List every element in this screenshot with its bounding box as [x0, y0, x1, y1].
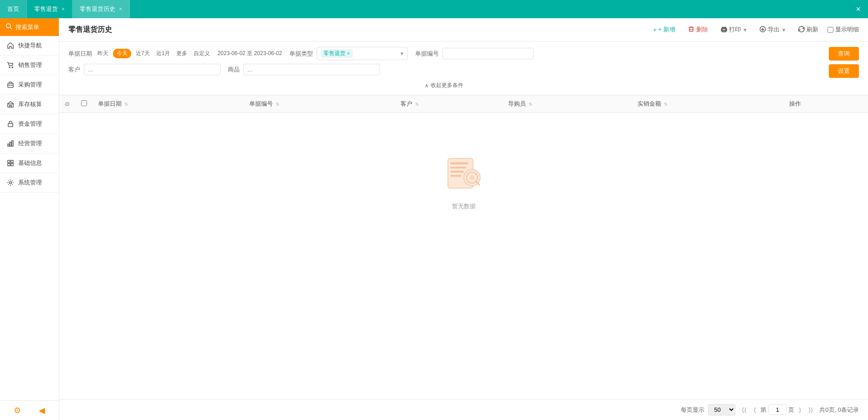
- gear-icon: [6, 179, 15, 187]
- sidebar-item-inventory-label: 库存核算: [18, 100, 42, 108]
- page-title: 零售退货历史: [68, 25, 112, 35]
- sidebar-item-basic-info-label: 基础信息: [18, 159, 42, 167]
- voucher-type-chevron-icon: ▾: [401, 50, 404, 57]
- export-button[interactable]: 导出 ▾: [756, 24, 789, 36]
- date-btn-today[interactable]: 今天: [113, 49, 131, 58]
- svg-rect-10: [10, 142, 11, 146]
- show-detail-label: 显示明细: [835, 26, 859, 34]
- voucher-type-group: 单据类型 零售退货 × ▾: [289, 47, 408, 60]
- show-detail-checkbox[interactable]: [827, 27, 833, 33]
- select-all-checkbox[interactable]: [81, 100, 87, 106]
- th-date[interactable]: 单据日期 ⇅: [92, 95, 244, 113]
- sidebar-item-sales[interactable]: 销售管理: [0, 56, 59, 75]
- sidebar-search[interactable]: 搜索菜单: [0, 18, 59, 36]
- svg-point-0: [6, 24, 10, 28]
- svg-rect-21: [722, 27, 726, 28]
- first-page-button[interactable]: ⟨⟨: [739, 405, 749, 415]
- voucher-no-input[interactable]: [442, 48, 534, 59]
- sidebar-item-purchase[interactable]: 采购管理: [0, 75, 59, 95]
- lock-icon: [6, 120, 15, 128]
- svg-rect-13: [11, 160, 13, 163]
- page-unit-label: 页: [788, 406, 794, 414]
- sidebar-item-basic-info[interactable]: 基础信息: [0, 154, 59, 173]
- tab-retail-return[interactable]: 零售退货 ×: [27, 0, 72, 18]
- voucher-type-select[interactable]: 零售退货 × ▾: [317, 47, 408, 60]
- tab-home[interactable]: 首页: [0, 0, 27, 18]
- svg-rect-11: [12, 141, 13, 146]
- th-no-label: 单据编号: [249, 100, 273, 107]
- last-page-button[interactable]: ⟩⟩: [806, 405, 816, 415]
- voucher-type-tag-close[interactable]: ×: [347, 51, 350, 56]
- sidebar-item-finance-label: 资金管理: [18, 120, 42, 128]
- collapse-icon[interactable]: ◀: [39, 405, 45, 415]
- svg-rect-9: [8, 144, 9, 146]
- print-button[interactable]: 打印 ▾: [717, 24, 750, 36]
- total-info: 共0页, 0条记录: [819, 406, 859, 414]
- sidebar-item-quick-nav[interactable]: 快捷导航: [0, 36, 59, 56]
- refresh-button[interactable]: 刷新: [795, 24, 822, 36]
- customer-input[interactable]: [84, 64, 221, 75]
- date-btn-custom[interactable]: 自定义: [192, 49, 212, 58]
- th-amount[interactable]: 实销金额 ⇅: [632, 95, 783, 113]
- svg-rect-27: [450, 167, 466, 169]
- svg-rect-28: [450, 171, 464, 173]
- filter-row-1: 单据日期 昨天 今天 近7天 近1月 更多 自定义 2023-06-02 至 2…: [68, 47, 820, 60]
- sidebar-item-inventory[interactable]: 库存核算: [0, 95, 59, 114]
- page-nav: ⟨⟨ ⟨ 第 1 页 ⟩ ⟩⟩: [739, 405, 816, 415]
- th-guide-label: 导购员: [508, 100, 526, 107]
- export-dropdown-icon: ▾: [782, 26, 786, 33]
- filter-settings-button[interactable]: 设置: [829, 64, 859, 78]
- export-label: 导出: [768, 26, 780, 34]
- sidebar-bottom: ⚙ ◀: [0, 400, 59, 420]
- svg-point-3: [12, 67, 13, 68]
- sidebar-item-purchase-label: 采购管理: [18, 81, 42, 89]
- sidebar-item-system[interactable]: 系统管理: [0, 173, 59, 193]
- add-button[interactable]: + + 新增: [649, 24, 679, 36]
- th-amount-label: 实销金额: [637, 100, 661, 107]
- collapse-button[interactable]: ∧ 收起更多条件: [425, 82, 463, 89]
- home-icon: [6, 41, 15, 50]
- date-btn-1month[interactable]: 近1月: [154, 49, 172, 58]
- tab-retail-return-history-close[interactable]: ×: [119, 6, 122, 12]
- warehouse-icon: [6, 100, 15, 108]
- tab-retail-return-label: 零售退货: [34, 5, 58, 13]
- prev-page-button[interactable]: ⟨: [751, 405, 759, 415]
- th-guide[interactable]: 导购员 ⇅: [503, 95, 632, 113]
- th-no[interactable]: 单据编号 ⇅: [244, 95, 395, 113]
- th-settings: ⚙: [59, 95, 76, 113]
- top-bar: 首页 零售退货 × 零售退货历史 × ×: [0, 0, 868, 18]
- refresh-icon: [798, 26, 805, 34]
- goods-filter-group: 商品: [228, 64, 380, 75]
- voucher-type-value: 零售退货 ×: [321, 49, 399, 58]
- date-btn-7days[interactable]: 近7天: [134, 49, 152, 58]
- delete-button[interactable]: 删除: [684, 24, 712, 36]
- next-page-button[interactable]: ⟩: [796, 405, 804, 415]
- svg-line-1: [10, 27, 12, 29]
- voucher-no-group: 单据编号: [415, 48, 534, 59]
- tab-retail-return-history[interactable]: 零售退货历史 ×: [72, 0, 130, 18]
- delete-label: 删除: [696, 26, 708, 34]
- svg-rect-17: [689, 27, 693, 31]
- sidebar-item-finance[interactable]: 资金管理: [0, 114, 59, 134]
- table-settings-icon[interactable]: ⚙: [65, 101, 70, 108]
- print-icon: [721, 26, 727, 34]
- query-settings-col: 查询 设置: [829, 47, 859, 78]
- window-close-button[interactable]: ×: [848, 5, 868, 14]
- tab-retail-return-close[interactable]: ×: [62, 6, 65, 12]
- page-number-input[interactable]: 1: [768, 405, 786, 415]
- date-btn-more[interactable]: 更多: [175, 49, 189, 58]
- cart-icon: [6, 61, 15, 69]
- goods-input[interactable]: [243, 64, 380, 75]
- sidebar-item-quick-nav-label: 快捷导航: [18, 41, 42, 50]
- filter-area: 单据日期 昨天 今天 近7天 近1月 更多 自定义 2023-06-02 至 2…: [59, 41, 868, 95]
- th-checkbox: [76, 95, 92, 113]
- pagination-bar: 每页显示 50 100 200 ⟨⟨ ⟨ 第 1 页 ⟩ ⟩⟩ 共0页, 0条记…: [59, 399, 868, 420]
- per-page-select[interactable]: 50 100 200: [708, 404, 735, 415]
- th-customer[interactable]: 客户 ⇅: [395, 95, 503, 113]
- date-btn-yesterday[interactable]: 昨天: [96, 49, 110, 58]
- query-button[interactable]: 查询: [829, 47, 859, 61]
- th-date-label: 单据日期: [98, 100, 122, 107]
- sidebar-item-operations[interactable]: 经营管理: [0, 134, 59, 154]
- show-detail-checkbox-label[interactable]: 显示明细: [827, 26, 859, 34]
- settings-icon[interactable]: ⚙: [14, 405, 21, 415]
